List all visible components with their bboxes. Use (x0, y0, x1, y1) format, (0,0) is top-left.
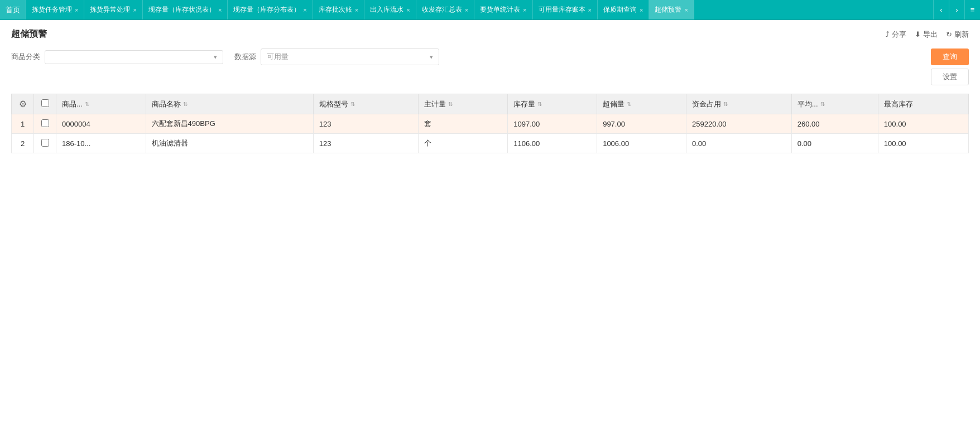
product-name-header[interactable]: 商品名称 ⇅ (146, 94, 313, 114)
nav-item-inout-flow[interactable]: 出入库流水 × (364, 0, 416, 20)
spec-header[interactable]: 规格型号 ⇅ (313, 94, 419, 114)
share-button[interactable]: ⤴ 分享 (886, 30, 906, 40)
table-row: 1 0000004 六配套新昌490BPG 123 套 1097.00 997.… (12, 114, 969, 134)
datasource-label: 数据源 (234, 52, 256, 62)
close-icon[interactable]: × (465, 7, 468, 13)
product-name-cell: 机油滤清器 (146, 134, 313, 153)
nav-item-batch[interactable]: 库存批次账 × (313, 0, 364, 20)
nav-item-abnormal[interactable]: 拣货异常处理 × (84, 0, 142, 20)
header-actions: ⤴ 分享 ⬇ 导出 ↻ 刷新 (886, 30, 969, 40)
nav-item-inventory-dist[interactable]: 现存量（库存分布表） × (228, 0, 313, 20)
table-row: 2 186-10... 机油滤清器 123 个 1106.00 1006.00 … (12, 134, 969, 153)
close-icon[interactable]: × (133, 7, 136, 13)
unit-header[interactable]: 主计量 ⇅ (419, 94, 508, 114)
page-header: 超储预警 ⤴ 分享 ⬇ 导出 ↻ 刷新 (11, 28, 969, 40)
table-header-row: ⚙ 商品... ⇅ 商品名称 ⇅ (12, 94, 969, 114)
product-code-header[interactable]: 商品... ⇅ (56, 94, 146, 114)
nav-arrows: ‹ › ≡ (933, 0, 980, 20)
category-label: 商品分类 (11, 52, 40, 62)
row-checkbox-cell (34, 114, 56, 134)
page-container: 超储预警 ⤴ 分享 ⬇ 导出 ↻ 刷新 商品分类 ▾ (0, 20, 980, 446)
avg-cell: 0.00 (791, 134, 878, 153)
nav-item-available-ledger[interactable]: 可用量库存账本 × (533, 0, 598, 20)
gear-icon[interactable]: ⚙ (19, 99, 27, 109)
close-icon[interactable]: × (75, 7, 78, 13)
max-stock-header: 最高库存 (878, 94, 968, 114)
max-stock-cell: 100.00 (878, 134, 968, 153)
row-num-cell: 2 (12, 134, 34, 153)
category-filter: 商品分类 ▾ (11, 50, 223, 64)
datasource-filter: 数据源 可用量 ▾ (234, 49, 439, 65)
close-icon[interactable]: × (523, 7, 526, 13)
page-title: 超储预警 (11, 28, 47, 40)
nav-item-home[interactable]: 首页 (0, 0, 26, 20)
data-table: ⚙ 商品... ⇅ 商品名称 ⇅ (11, 94, 969, 153)
filter-actions: 查询 设置 (931, 49, 969, 85)
sort-icon: ⇅ (627, 101, 631, 107)
sort-icon: ⇅ (723, 101, 728, 107)
checkbox-column-header (34, 94, 56, 114)
capital-cell: 259220.00 (686, 114, 792, 134)
stock-cell: 1106.00 (508, 134, 597, 153)
nav-left-arrow[interactable]: ‹ (933, 0, 949, 20)
close-icon[interactable]: × (303, 7, 306, 13)
nav-item-collect-send[interactable]: 收发存汇总表 × (416, 0, 474, 20)
row-checkbox[interactable] (41, 139, 49, 147)
avg-cell: 260.00 (791, 114, 878, 134)
export-icon: ⬇ (915, 30, 921, 38)
overstock-cell: 997.00 (597, 114, 686, 134)
unit-cell: 套 (419, 114, 508, 134)
close-icon[interactable]: × (684, 7, 688, 13)
query-button[interactable]: 查询 (931, 49, 969, 65)
nav-item-quality-check[interactable]: 保质期查询 × (598, 0, 649, 20)
nav-item-order-stat[interactable]: 要货单统计表 × (474, 0, 532, 20)
select-all-checkbox[interactable] (41, 99, 49, 107)
nav-menu-arrow[interactable]: ≡ (964, 0, 980, 20)
category-select[interactable]: ▾ (45, 50, 223, 64)
nav-right-arrow[interactable]: › (949, 0, 964, 20)
sort-icon: ⇅ (85, 101, 89, 107)
sort-icon: ⇅ (537, 101, 542, 107)
close-icon[interactable]: × (588, 7, 592, 13)
nav-item-overstock[interactable]: 超储预警 × (649, 0, 694, 20)
stock-header[interactable]: 库存量 ⇅ (508, 94, 597, 114)
close-icon[interactable]: × (218, 7, 222, 13)
overstock-header[interactable]: 超储量 ⇅ (597, 94, 686, 114)
avg-header[interactable]: 平均... ⇅ (791, 94, 878, 114)
product-name-cell: 六配套新昌490BPG (146, 114, 313, 134)
sort-icon: ⇅ (183, 101, 188, 107)
capital-header[interactable]: 资金占用 ⇅ (686, 94, 792, 114)
settings-button[interactable]: 设置 (931, 69, 969, 85)
refresh-icon: ↻ (946, 30, 952, 38)
close-icon[interactable]: × (355, 7, 358, 13)
spec-cell: 123 (313, 114, 419, 134)
close-icon[interactable]: × (406, 7, 410, 13)
chevron-down-icon: ▾ (430, 54, 433, 61)
filter-area: 商品分类 ▾ 数据源 可用量 ▾ 查询 设置 (11, 49, 969, 85)
close-icon[interactable]: × (640, 7, 643, 13)
export-button[interactable]: ⬇ 导出 (915, 30, 938, 40)
unit-cell: 个 (419, 134, 508, 153)
max-stock-cell: 100.00 (878, 114, 968, 134)
top-nav: 首页 拣货任务管理 × 拣货异常处理 × 现存量（库存状况表） × 现存量（库存… (0, 0, 980, 20)
filters-row: 商品分类 ▾ 数据源 可用量 ▾ (11, 49, 931, 65)
row-num-cell: 1 (12, 114, 34, 134)
spec-cell: 123 (313, 134, 419, 153)
datasource-select-value: 可用量 (267, 52, 289, 62)
nav-item-task-mgmt[interactable]: 拣货任务管理 × (26, 0, 84, 20)
sort-icon: ⇅ (820, 101, 825, 107)
chevron-down-icon: ▾ (214, 54, 217, 61)
product-code-cell: 186-10... (56, 134, 146, 153)
stock-cell: 1097.00 (508, 114, 597, 134)
datasource-select[interactable]: 可用量 ▾ (261, 49, 439, 65)
nav-item-inventory-status[interactable]: 现存量（库存状况表） × (143, 0, 228, 20)
share-icon: ⤴ (886, 30, 890, 38)
overstock-cell: 1006.00 (597, 134, 686, 153)
capital-cell: 0.00 (686, 134, 792, 153)
sort-icon: ⇅ (350, 101, 355, 107)
refresh-button[interactable]: ↻ 刷新 (946, 30, 969, 40)
product-code-cell: 0000004 (56, 114, 146, 134)
row-checkbox[interactable] (41, 119, 49, 127)
row-checkbox-cell (34, 134, 56, 153)
sort-icon: ⇅ (448, 101, 453, 107)
